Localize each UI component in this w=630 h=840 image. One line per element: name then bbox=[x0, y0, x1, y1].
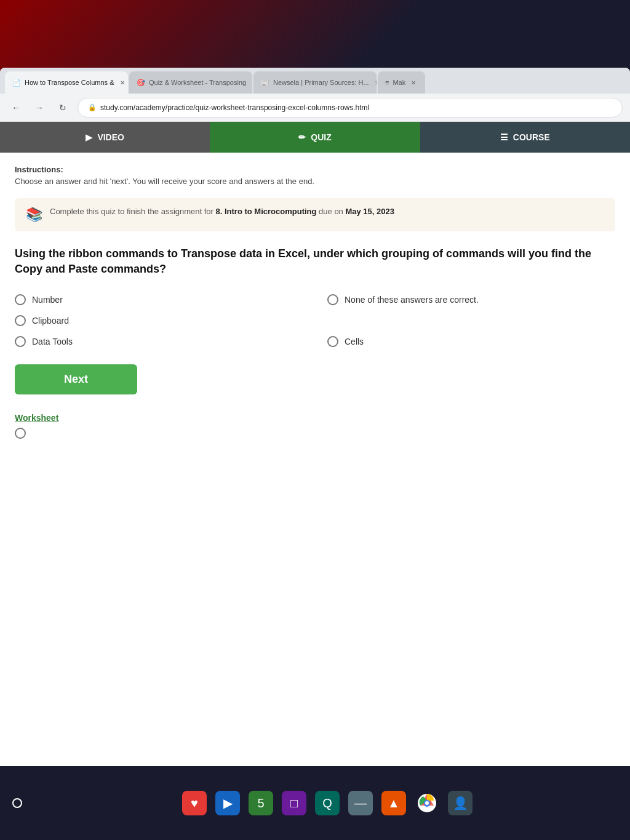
options-grid: Number None of these answers are correct… bbox=[15, 294, 615, 347]
option-cells-label: Cells bbox=[345, 337, 364, 346]
page-content: ▶ Video ✏ Quiz ☰ Course Instructions: Ch… bbox=[0, 122, 630, 766]
tab3-close[interactable]: ✕ bbox=[373, 78, 377, 87]
taskbar: ♥ ▶ 5 □ Q — ▲ 👤 bbox=[0, 766, 630, 840]
right-column-top: None of these answers are correct. bbox=[327, 294, 615, 305]
right-column-empty bbox=[327, 315, 615, 326]
svg-point-3 bbox=[425, 801, 429, 805]
instructions-label: Instructions: bbox=[15, 165, 615, 174]
taskbar-circle bbox=[12, 798, 22, 808]
right-column-cells: Cells bbox=[327, 336, 615, 347]
taskbar-icon-1[interactable]: ♥ bbox=[182, 791, 207, 815]
left-column: Number bbox=[15, 294, 303, 305]
forward-button[interactable]: → bbox=[31, 99, 48, 116]
taskbar-icon-chrome[interactable] bbox=[415, 791, 439, 815]
address-bar: ← → ↻ 🔒 study.com/academy/practice/quiz-… bbox=[0, 94, 630, 122]
back-button[interactable]: ← bbox=[7, 99, 25, 116]
refresh-button[interactable]: ↻ bbox=[54, 99, 71, 116]
question-text: Using the ribbon commands to Transpose d… bbox=[15, 246, 615, 277]
nav-tab-video[interactable]: ▶ Video bbox=[0, 122, 210, 153]
tab3-icon: 📰 bbox=[261, 79, 269, 87]
video-icon: ▶ bbox=[86, 132, 92, 142]
option-datatools-label: Data Tools bbox=[32, 337, 73, 346]
radio-none[interactable] bbox=[327, 294, 338, 305]
worksheet-radio-btn[interactable] bbox=[15, 428, 26, 439]
taskbar-icon-4[interactable]: □ bbox=[282, 791, 306, 815]
nav-tab-course[interactable]: ☰ Course bbox=[420, 122, 630, 153]
taskbar-icon-7[interactable]: ▲ bbox=[381, 791, 406, 815]
quiz-body: Instructions: Choose an answer and hit '… bbox=[0, 153, 630, 454]
taskbar-icon-profile[interactable]: 👤 bbox=[448, 791, 472, 815]
tab2-icon: 🎯 bbox=[137, 79, 145, 87]
radio-clipboard[interactable] bbox=[15, 315, 26, 326]
nav-tabs: ▶ Video ✏ Quiz ☰ Course bbox=[0, 122, 630, 153]
option-clipboard-label: Clipboard bbox=[32, 316, 69, 326]
option-number-label: Number bbox=[32, 295, 63, 305]
browser-window: 📄 How to Transpose Columns & ✕ 🎯 Quiz & … bbox=[0, 68, 630, 840]
option-number[interactable]: Number bbox=[15, 294, 303, 305]
option-datatools[interactable]: Data Tools bbox=[15, 336, 303, 347]
tab4-icon: ≡ bbox=[385, 79, 389, 86]
tab1-label: How to Transpose Columns & bbox=[25, 79, 114, 86]
radio-datatools[interactable] bbox=[15, 336, 26, 347]
tab3-label: Newsela | Primary Sources: H... bbox=[273, 79, 369, 86]
url-bar[interactable]: 🔒 study.com/academy/practice/quiz-worksh… bbox=[78, 98, 623, 118]
option-cells[interactable]: Cells bbox=[327, 336, 615, 347]
video-label: Video bbox=[97, 132, 124, 142]
tab2-close[interactable]: ✕ bbox=[250, 78, 252, 87]
tab1-close[interactable]: ✕ bbox=[118, 78, 127, 87]
nav-tab-quiz[interactable]: ✏ Quiz bbox=[210, 122, 420, 153]
worksheet-radio bbox=[15, 428, 615, 441]
option-none[interactable]: None of these answers are correct. bbox=[327, 294, 615, 305]
quiz-label: Quiz bbox=[311, 132, 331, 142]
tab1-icon: 📄 bbox=[12, 79, 21, 87]
tab4[interactable]: ≡ Mak ✕ bbox=[378, 71, 425, 94]
course-icon: ☰ bbox=[500, 132, 508, 142]
taskbar-icon-2[interactable]: ▶ bbox=[215, 791, 240, 815]
worksheet-link[interactable]: Worksheet bbox=[15, 413, 615, 423]
url-text: study.com/academy/practice/quiz-workshee… bbox=[100, 103, 369, 112]
option-none-label: None of these answers are correct. bbox=[345, 295, 479, 305]
option-clipboard[interactable]: Clipboard bbox=[15, 315, 303, 326]
taskbar-icon-3[interactable]: 5 bbox=[249, 791, 273, 815]
tab2-label: Quiz & Worksheet - Transposing bbox=[149, 79, 246, 86]
radio-number[interactable] bbox=[15, 294, 26, 305]
next-button[interactable]: Next bbox=[15, 364, 137, 394]
tab4-close[interactable]: ✕ bbox=[409, 78, 418, 87]
course-label: Course bbox=[513, 132, 550, 142]
tab-bar: 📄 How to Transpose Columns & ✕ 🎯 Quiz & … bbox=[0, 68, 630, 94]
tab3[interactable]: 📰 Newsela | Primary Sources: H... ✕ bbox=[253, 71, 377, 94]
tab4-label: Mak bbox=[393, 79, 405, 86]
instructions-text: Choose an answer and hit 'next'. You wil… bbox=[15, 177, 615, 186]
quiz-icon: ✏ bbox=[298, 132, 306, 142]
assignment-icon: 📚 bbox=[26, 207, 42, 223]
radio-cells[interactable] bbox=[327, 336, 338, 347]
taskbar-icons: ♥ ▶ 5 □ Q — ▲ 👤 bbox=[37, 791, 618, 815]
assignment-text: Complete this quiz to finish the assignm… bbox=[50, 207, 394, 216]
lock-icon: 🔒 bbox=[88, 103, 97, 111]
taskbar-icon-5[interactable]: Q bbox=[315, 791, 340, 815]
left-column-datatools: Data Tools bbox=[15, 336, 303, 347]
assignment-notice: 📚 Complete this quiz to finish the assig… bbox=[15, 198, 615, 231]
taskbar-icon-6[interactable]: — bbox=[348, 791, 373, 815]
left-column-clipboard: Clipboard bbox=[15, 315, 303, 326]
tab-active[interactable]: 📄 How to Transpose Columns & ✕ bbox=[5, 71, 128, 94]
tab2[interactable]: 🎯 Quiz & Worksheet - Transposing ✕ bbox=[129, 71, 252, 94]
